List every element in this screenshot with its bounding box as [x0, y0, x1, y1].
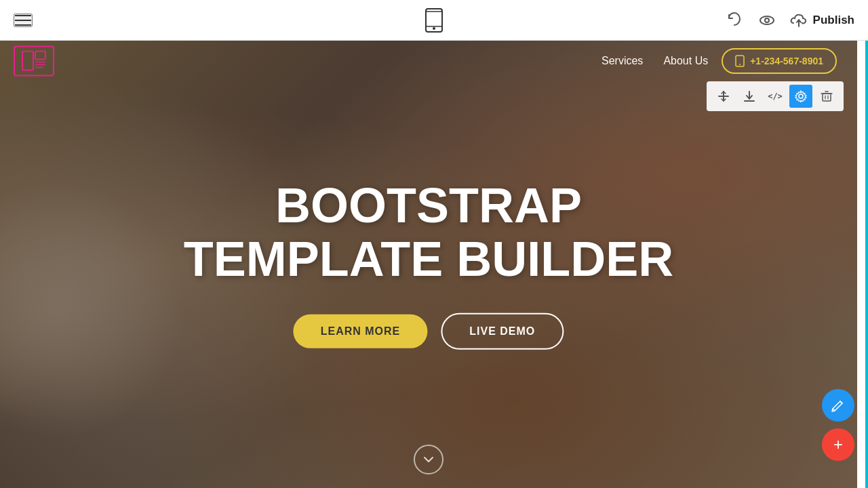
hamburger-menu-button[interactable]: [14, 14, 33, 27]
nav-about[interactable]: About Us: [663, 55, 708, 67]
svg-line-27: [840, 401, 842, 403]
download-section-button[interactable]: [738, 85, 761, 108]
trash-icon: [821, 90, 833, 102]
move-section-button[interactable]: [712, 85, 735, 108]
eye-icon: [757, 11, 776, 30]
nav-services[interactable]: Services: [601, 55, 643, 67]
toolbar-left: [14, 14, 33, 27]
hamburger-line: [15, 20, 31, 21]
svg-point-21: [799, 94, 803, 98]
hero-navbar: Services About Us +1-234-567-8901: [0, 41, 857, 81]
phone-number: +1-234-567-8901: [750, 56, 823, 66]
gear-icon: [795, 90, 807, 102]
learn-more-button[interactable]: LEARN MORE: [294, 314, 428, 348]
hamburger-line: [15, 24, 31, 26]
canvas: Services About Us +1-234-567-8901: [0, 41, 857, 488]
right-edge-indicator: [865, 41, 868, 488]
svg-point-1: [433, 27, 435, 30]
scroll-down-button[interactable]: [414, 445, 443, 474]
hero-title-line2: TEMPLATE BUILDER: [184, 232, 674, 286]
publish-button[interactable]: Publish: [790, 12, 854, 29]
hero-section: Services About Us +1-234-567-8901: [0, 41, 857, 488]
settings-section-button[interactable]: [789, 85, 812, 108]
pencil-icon: [831, 398, 846, 413]
toolbar-right: Publish: [725, 11, 854, 30]
add-icon: +: [833, 435, 843, 454]
phone-nav-button[interactable]: +1-234-567-8901: [722, 48, 837, 74]
svg-rect-8: [35, 51, 45, 59]
undo-button[interactable]: [725, 11, 744, 30]
mobile-icon: [425, 8, 443, 33]
move-icon: [717, 90, 730, 102]
download-icon: [743, 90, 755, 102]
undo-icon: [725, 11, 744, 30]
main-area: Services About Us +1-234-567-8901: [0, 41, 868, 488]
svg-point-5: [765, 18, 769, 22]
delete-section-button[interactable]: [815, 85, 838, 108]
svg-point-4: [760, 16, 774, 24]
add-fab-button[interactable]: +: [822, 428, 854, 461]
code-section-button[interactable]: </>: [764, 85, 787, 108]
svg-point-16: [739, 64, 741, 65]
hero-buttons: LEARN MORE LIVE DEMO: [85, 313, 771, 350]
edit-fab-button[interactable]: [822, 389, 854, 422]
hero-content: BOOTSTRAP TEMPLATE BUILDER LEARN MORE LI…: [85, 179, 771, 350]
svg-rect-7: [22, 51, 33, 70]
mobile-view-button[interactable]: [425, 8, 443, 33]
cloud-upload-icon: [790, 12, 808, 29]
fab-area: +: [822, 389, 854, 461]
live-demo-button[interactable]: LIVE DEMO: [441, 313, 564, 350]
nav-links: Services About Us: [601, 55, 708, 67]
svg-rect-22: [823, 94, 831, 101]
hero-title-line1: BOOTSTRAP: [275, 178, 582, 232]
hero-title: BOOTSTRAP TEMPLATE BUILDER: [85, 179, 771, 286]
hamburger-line: [15, 15, 31, 16]
chevron-down-icon: [422, 453, 435, 466]
top-toolbar: Publish: [0, 0, 868, 41]
section-toolbar: </>: [707, 81, 844, 111]
logo: [14, 46, 54, 77]
toolbar-center: [425, 8, 443, 33]
phone-icon: [735, 55, 745, 67]
publish-label: Publish: [813, 14, 854, 27]
logo-icon: [22, 50, 46, 72]
preview-button[interactable]: [757, 11, 776, 30]
